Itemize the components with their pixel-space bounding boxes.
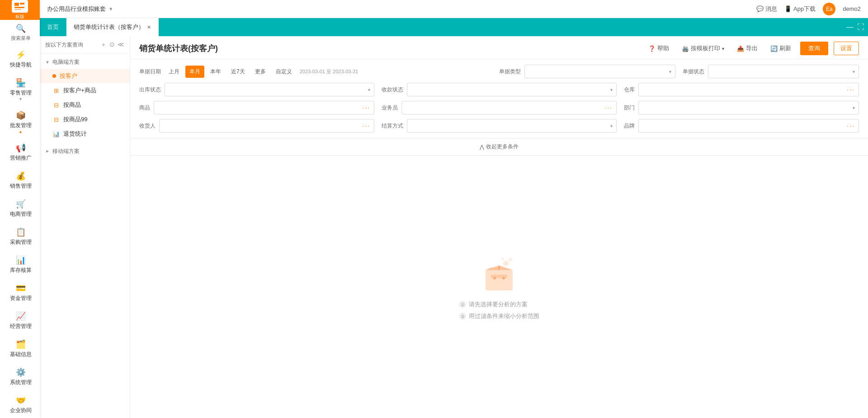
receiver-dots: ···	[362, 122, 370, 129]
tab-home-label: 首页	[47, 23, 59, 31]
user-avatar[interactable]: Ea	[823, 3, 835, 15]
date-filter-item: 单据日期 上月 本月 本年 近7天 更多 自定义 2023-03-01 至 20…	[139, 66, 492, 78]
date-btn-7days[interactable]: 近7天	[227, 66, 249, 78]
app-download-btn[interactable]: 📱 App下载	[784, 5, 816, 13]
date-btn-thismonth[interactable]: 本月	[185, 66, 204, 78]
out-status-filter: 出库状态 ▾	[139, 83, 374, 96]
refresh-btn[interactable]: 🔄 刷新	[767, 43, 795, 54]
out-status-arrow: ▾	[368, 87, 370, 92]
sidebar-item-quicknav[interactable]: ⚡ 快捷导航	[0, 45, 40, 73]
brand-select[interactable]: ···	[638, 119, 859, 133]
salesperson-select[interactable]: ···	[401, 101, 617, 114]
desktop-scheme-group: ▼ 电脑端方案 按客户 ⊞ 按客户+商品 ⊟ 按商品 ⊟ 按商品9	[40, 54, 130, 143]
sidebar-item-search[interactable]: 🔍 搜索菜单	[0, 20, 40, 45]
scheme-item-by-customer[interactable]: 按客户	[40, 69, 130, 83]
sidebar-item-ecommerce[interactable]: 🛒 电商管理	[0, 195, 40, 223]
sidebar-item-finance[interactable]: 💳 资金管理	[0, 279, 40, 307]
settings-btn[interactable]: 设置	[834, 42, 859, 55]
status-select[interactable]: ▾	[708, 65, 859, 78]
message-icon: 💬	[756, 5, 764, 12]
add-scheme-btn[interactable]: ＋	[100, 41, 107, 49]
status-label: 单据状态	[683, 68, 704, 76]
product-dots: ···	[362, 104, 370, 111]
tab-bar: 首页 销货单统计计表（按客户） ✕ — ⛶	[40, 18, 868, 36]
help-btn[interactable]: ❓ 帮助	[645, 43, 673, 54]
scheme-item-by-product[interactable]: ⊟ 按商品	[40, 98, 130, 112]
download-icon: 📱	[784, 5, 792, 12]
out-status-select[interactable]: ▾	[165, 83, 374, 96]
type-arrow: ▾	[669, 69, 671, 74]
tab-close-btn[interactable]: ✕	[147, 24, 151, 30]
sidebar-item-enterprise[interactable]: 🤝 企业协同	[0, 391, 40, 418]
collapse-btn[interactable]: ⋀ 收起更多条件	[474, 141, 524, 152]
page-actions: ❓ 帮助 🖨️ 按模板打印 📤 导出 🔄 刷新 查询	[645, 42, 859, 55]
scheme-actions: ＋ ⊙ ≪	[100, 41, 124, 49]
settlement-select[interactable]: ▾	[407, 119, 617, 133]
tab-maximize-btn[interactable]: ⛶	[857, 23, 864, 31]
marketing-icon: 📢	[16, 143, 26, 153]
enterprise-icon: 🤝	[16, 395, 26, 405]
sidebar-item-marketing[interactable]: 📢 营销推广	[0, 138, 40, 166]
scheme-item-by-product-99[interactable]: ⊟ 按商品99	[40, 112, 130, 127]
system-icon: ⚙️	[16, 367, 26, 377]
svg-point-9	[493, 277, 496, 280]
department-select[interactable]: ▾	[638, 101, 859, 114]
logo[interactable]: 标版	[0, 0, 40, 20]
scheme-item-label: 按客户+商品	[63, 86, 96, 95]
page-title: 销货单统计表(按客户)	[139, 43, 218, 54]
desktop-group-title[interactable]: ▼ 电脑端方案	[40, 56, 130, 69]
product-filter: 商品 ···	[139, 101, 374, 114]
type-select[interactable]: ▾	[524, 65, 675, 78]
date-btn-thisyear[interactable]: 本年	[206, 66, 225, 78]
print-btn[interactable]: 🖨️ 按模板打印	[678, 43, 728, 54]
filter-row-2: 出库状态 ▾ 收款状态 ▾ 仓库	[139, 83, 859, 96]
warehouse-label: 仓库	[624, 86, 635, 94]
scheme-item-by-customer-product[interactable]: ⊞ 按客户+商品	[40, 83, 130, 98]
svg-point-12	[509, 258, 512, 261]
right-panel: 销货单统计表(按客户) ❓ 帮助 🖨️ 按模板打印 📤 导出	[130, 36, 868, 418]
sidebar-item-inventory[interactable]: 📊 库存核算	[0, 251, 40, 279]
collapse-panel-btn[interactable]: ≪	[118, 41, 124, 49]
sidebar-item-purchase[interactable]: 📋 采购管理	[0, 223, 40, 251]
tab-minimize-btn[interactable]: —	[846, 23, 854, 31]
date-label: 单据日期	[139, 68, 161, 76]
sidebar-item-base[interactable]: 🗂️ 基础信息	[0, 335, 40, 363]
settlement-label: 结算方式	[382, 122, 403, 130]
operations-icon: 📈	[16, 311, 26, 321]
tab-bar-actions: — ⛶	[843, 18, 868, 36]
warehouse-select[interactable]: ···	[638, 83, 859, 96]
svg-rect-4	[486, 270, 513, 290]
date-btn-more[interactable]: 更多	[251, 66, 270, 78]
mobile-group-title[interactable]: ▼ 移动端方案	[40, 145, 130, 158]
payment-status-select[interactable]: ▾	[407, 83, 617, 96]
receiver-filter: 收货人 ···	[139, 119, 374, 133]
payment-status-arrow: ▾	[610, 87, 613, 92]
date-btn-lastmonth[interactable]: 上月	[165, 66, 184, 78]
sidebar-item-retail[interactable]: 🏪 零售管理 ▼	[0, 73, 40, 106]
export-btn[interactable]: 📤 导出	[733, 43, 761, 54]
empty-tip-2: 用过滤条件来缩小分析范围	[459, 312, 539, 320]
query-btn[interactable]: 查询	[800, 42, 828, 55]
sidebar-item-sales[interactable]: 💰 销售管理	[0, 166, 40, 195]
left-panel-header: 按以下方案查询 ＋ ⊙ ≪	[40, 36, 130, 54]
scheme-item-label: 按商品	[63, 101, 81, 109]
payment-status-label: 收款状态	[382, 86, 403, 94]
message-btn[interactable]: 💬 消息	[756, 5, 777, 13]
tab-sales-stat[interactable]: 销货单统计计表（按客户） ✕	[66, 18, 159, 36]
edit-scheme-btn[interactable]: ⊙	[109, 41, 115, 49]
app-subtitle: 标版	[15, 14, 24, 20]
scheme-item-label: 退货统计	[63, 130, 87, 138]
sidebar-item-system[interactable]: ⚙️ 系统管理	[0, 363, 40, 391]
sidebar-item-wholesale[interactable]: 📦 批发管理 ▲	[0, 106, 40, 138]
product-select[interactable]: ···	[154, 101, 374, 114]
scheme-item-return-stat[interactable]: 📊 退货统计	[40, 127, 130, 141]
username[interactable]: demo2	[843, 5, 861, 12]
department-label: 部门	[624, 104, 635, 112]
warehouse-dots: ···	[847, 86, 855, 93]
date-range-display: 2023-03-01 至 2023-03-31	[300, 68, 359, 75]
sidebar-item-operations[interactable]: 📈 经营管理	[0, 307, 40, 335]
date-btn-custom[interactable]: 自定义	[272, 66, 296, 78]
tab-home[interactable]: 首页	[40, 18, 66, 36]
receiver-select[interactable]: ···	[159, 119, 374, 133]
dropdown-arrow[interactable]: ▾	[109, 5, 113, 12]
